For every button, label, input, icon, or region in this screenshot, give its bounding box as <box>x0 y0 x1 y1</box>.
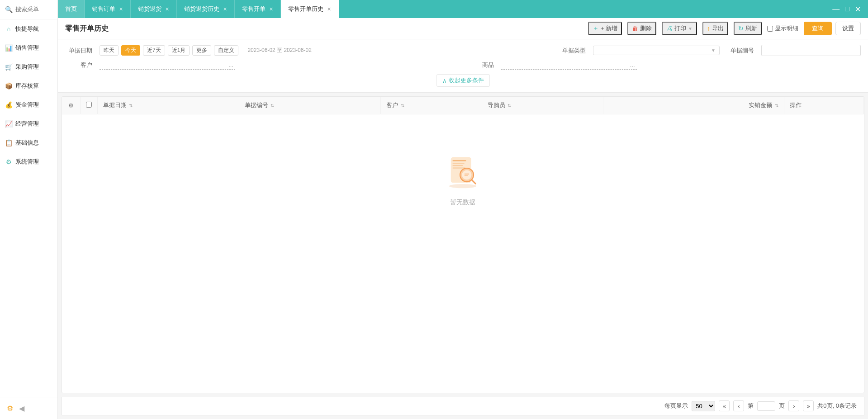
sort-bill-no-icon: ⇅ <box>270 103 274 108</box>
tab-retail-open-close[interactable]: ✕ <box>269 6 273 12</box>
more-btn[interactable]: 更多 <box>192 45 211 56</box>
maximize-btn[interactable]: □ <box>845 5 849 13</box>
svg-rect-10 <box>465 175 468 176</box>
print-icon: 🖨 <box>666 25 673 32</box>
customer-filter-label: 客户 <box>65 61 92 69</box>
filter-row-2: 客户 ... 商品 ... <box>65 61 861 70</box>
tab-sales-return-history[interactable]: 销货退货历史 ✕ <box>177 0 235 18</box>
bill-no-input[interactable] <box>761 45 861 56</box>
tab-bar-right: — □ ✕ <box>832 5 868 14</box>
date-range-display: 2023-06-02 至 2023-06-02 <box>247 47 311 54</box>
page-label: 第 <box>748 402 754 410</box>
refresh-button[interactable]: ↻ 刷新 <box>734 22 762 35</box>
goods-input[interactable] <box>503 61 630 68</box>
display-detail-checkbox[interactable] <box>767 26 773 32</box>
last1month-btn[interactable]: 近1月 <box>168 45 190 56</box>
tab-sales-order-close[interactable]: ✕ <box>119 6 123 12</box>
last-page-btn[interactable]: » <box>803 400 814 411</box>
settings-bottom-icon[interactable]: ⚙ <box>5 403 15 414</box>
refresh-icon: ↻ <box>738 25 744 32</box>
empty-state-row: 暂无数据 <box>62 114 864 243</box>
toolbar: 零售开单历史 ＋ + 新增 🗑 删除 🖨 打印 ▼ ↑ 导出 ↻ 刷新 显示明细… <box>58 18 868 39</box>
print-arrow-icon: ▼ <box>688 26 693 31</box>
sidebar-item-sales-mgmt[interactable]: 📊 销售管理 <box>0 38 57 57</box>
sidebar-search-label: 搜索采单 <box>15 5 39 14</box>
bill-type-arrow-icon: ▼ <box>711 48 716 53</box>
tab-sales-order[interactable]: 销售订单 ✕ <box>85 0 131 18</box>
sidebar-item-inventory[interactable]: 📦 库存核算 <box>0 76 57 95</box>
date-filter-label: 单据日期 <box>65 47 92 55</box>
sidebar-item-finance[interactable]: 💰 资金管理 <box>0 95 57 114</box>
add-button[interactable]: ＋ + 新增 <box>588 22 622 35</box>
delete-label: 删除 <box>640 24 652 33</box>
th-customer[interactable]: 客户 ⇅ <box>381 97 482 114</box>
tab-bar: 首页 销售订单 ✕ 销货退货 ✕ 销货退货历史 ✕ 零售开单 ✕ 零售开单历史 … <box>58 0 868 18</box>
first-page-btn[interactable]: « <box>719 400 730 411</box>
basic-info-icon: 📋 <box>5 139 13 147</box>
th-bill-date[interactable]: 单据日期 ⇅ <box>97 97 239 114</box>
table-body: 暂无数据 <box>62 114 864 243</box>
sidebar-item-label: 资金管理 <box>15 101 39 109</box>
svg-rect-3 <box>453 163 465 164</box>
customer-input[interactable] <box>101 61 228 68</box>
custom-btn[interactable]: 自定义 <box>214 45 238 56</box>
display-detail-toggle[interactable]: 显示明细 <box>767 24 798 33</box>
tab-retail-history-close[interactable]: ✕ <box>327 6 331 12</box>
settings-button[interactable]: 设置 <box>835 22 861 35</box>
data-table: ⚙ 单据日期 ⇅ 单据编号 ⇅ <box>62 97 864 243</box>
select-all-checkbox[interactable] <box>86 102 92 108</box>
print-button[interactable]: 🖨 打印 ▼ <box>662 22 697 35</box>
tab-retail-open[interactable]: 零售开单 ✕ <box>235 0 281 18</box>
sidebar-search[interactable]: 🔍 搜索采单 <box>0 0 57 19</box>
sidebar-item-sys-mgmt[interactable]: ⚙ 系统管理 <box>0 152 57 171</box>
tab-sales-return-history-close[interactable]: ✕ <box>223 6 227 12</box>
query-button[interactable]: 查询 <box>804 22 832 35</box>
sidebar-item-operations[interactable]: 📈 经营管理 <box>0 114 57 133</box>
delete-button[interactable]: 🗑 删除 <box>627 22 656 35</box>
export-icon: ↑ <box>707 25 710 32</box>
inventory-icon: 📦 <box>5 82 13 90</box>
tab-home[interactable]: 首页 <box>58 0 85 18</box>
settings-gear-icon[interactable]: ⚙ <box>68 102 74 109</box>
main-area: 首页 销售订单 ✕ 销货退货 ✕ 销货退货历史 ✕ 零售开单 ✕ 零售开单历史 … <box>58 0 868 419</box>
finance-icon: 💰 <box>5 101 13 109</box>
sidebar-item-quick-nav[interactable]: ⌂ 快捷导航 <box>0 19 57 38</box>
add-label: + 新增 <box>601 24 617 33</box>
minimize-btn[interactable]: — <box>832 5 840 13</box>
purchase-mgmt-icon: 🛒 <box>5 63 13 71</box>
collapse-filter-btn[interactable]: ∧ 收起更多条件 <box>436 74 490 87</box>
sidebar-item-basic-info[interactable]: 📋 基础信息 <box>0 133 57 152</box>
th-actual-amount[interactable]: 实销金额 ⇅ <box>642 97 784 114</box>
per-page-select[interactable]: 50 100 <box>692 401 715 411</box>
th-bill-no[interactable]: 单据编号 ⇅ <box>239 97 380 114</box>
search-icon: 🔍 <box>5 5 13 14</box>
filter-area: 单据日期 昨天 今天 近7天 近1月 更多 自定义 2023-06-02 至 2… <box>58 39 868 93</box>
prev-page-btn[interactable]: ‹ <box>733 400 744 411</box>
tab-retail-open-label: 零售开单 <box>242 5 266 13</box>
tab-retail-history[interactable]: 零售开单历史 ✕ <box>281 0 339 18</box>
operations-icon: 📈 <box>5 120 13 128</box>
customer-input-wrap[interactable]: ... <box>100 61 235 70</box>
sidebar-item-label: 基础信息 <box>15 139 39 147</box>
today-btn[interactable]: 今天 <box>121 45 140 56</box>
collapse-sidebar-icon[interactable]: ◀ <box>19 404 24 413</box>
th-salesperson[interactable]: 导购员 ⇅ <box>482 97 603 114</box>
next-page-btn[interactable]: › <box>788 400 799 411</box>
th-checkbox[interactable] <box>80 97 97 114</box>
current-page-input[interactable]: 1 <box>757 401 775 411</box>
tab-sales-return[interactable]: 销货退货 ✕ <box>131 0 177 18</box>
bill-type-select[interactable]: ▼ <box>593 46 720 55</box>
filter-row-1: 单据日期 昨天 今天 近7天 近1月 更多 自定义 2023-06-02 至 2… <box>65 45 861 56</box>
svg-point-0 <box>449 184 476 188</box>
last7days-btn[interactable]: 近7天 <box>143 45 165 56</box>
bill-no-label: 单据编号 <box>727 47 754 55</box>
th-settings[interactable]: ⚙ <box>62 97 80 114</box>
yesterday-btn[interactable]: 昨天 <box>100 45 119 56</box>
export-button[interactable]: ↑ 导出 <box>702 22 728 35</box>
svg-rect-4 <box>453 165 463 166</box>
goods-input-wrap[interactable]: ... <box>501 61 637 70</box>
sidebar-item-purchase-mgmt[interactable]: 🛒 采购管理 <box>0 57 57 76</box>
close-btn[interactable]: ✕ <box>855 5 861 14</box>
tab-sales-return-history-label: 销货退货历史 <box>184 5 219 13</box>
tab-sales-return-close[interactable]: ✕ <box>165 6 169 12</box>
